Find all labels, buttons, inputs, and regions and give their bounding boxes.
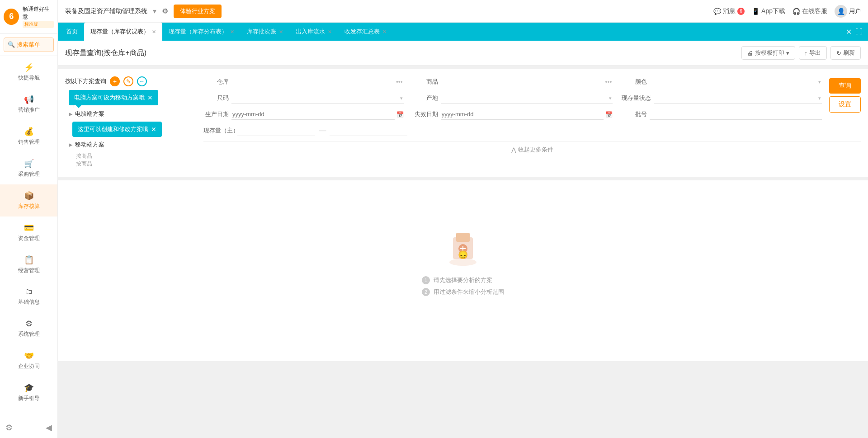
sidebar: 6 畅通道好生意 标准版 🔍 搜索菜单 ⚡ 快捷导航 📢 营销推广 💰 销售管理… <box>0 0 58 438</box>
tab-inout-flow[interactable]: 出入库流水 ✕ <box>289 23 338 41</box>
sidebar-item-marketing[interactable]: 📢 营销推广 <box>0 88 57 120</box>
sidebar-item-inventory[interactable]: 📦 库存核算 <box>0 184 57 217</box>
tab-home[interactable]: 首页 <box>60 23 84 41</box>
print-btn[interactable]: 🖨 按模板打印 ▾ <box>741 46 795 60</box>
size-dropdown-icon[interactable]: ▾ <box>400 95 403 101</box>
page-actions: 🖨 按模板打印 ▾ ↑ 导出 ↻ 刷新 <box>741 46 861 60</box>
empty-step-2: 2 用过滤条件来缩小分析范围 <box>422 288 504 296</box>
warehouse-dots-icon[interactable]: ••• <box>396 78 403 85</box>
sidebar-item-sales[interactable]: 💰 销售管理 <box>0 120 57 152</box>
filter-top-row: 按以下方案查询 + ✎ ← 电脑方案可设为移动方案哦 ✕ ▶ <box>65 76 861 170</box>
tab-stock-status[interactable]: 现存量（库存状况表） ✕ <box>84 23 162 41</box>
query-btn[interactable]: 查询 <box>829 78 861 94</box>
filter-size: 尺码 ▾ <box>203 93 404 104</box>
sidebar-item-cooperation[interactable]: 🤝 企业协同 <box>0 344 57 377</box>
sidebar-item-system[interactable]: ⚙ 系统管理 <box>0 312 57 344</box>
system-dropdown-icon[interactable]: ▾ <box>153 7 156 15</box>
finance-icon: 💳 <box>24 223 34 233</box>
sidebar-item-quick-nav[interactable]: ⚡ 快捷导航 <box>0 56 57 88</box>
stock-main-label: 现存量（主） <box>203 127 235 135</box>
filter-color: 颜色 ▾ <box>622 76 822 87</box>
export-btn[interactable]: ↑ 导出 <box>799 46 827 60</box>
pc-scheme-arrow: ▶ <box>69 111 72 117</box>
mobile-scheme-item[interactable]: ▶ 移动端方案 <box>65 139 190 151</box>
industry-btn[interactable]: 体验行业方案 <box>174 5 222 18</box>
tooltip2-close-btn[interactable]: ✕ <box>151 126 156 133</box>
produce-date-label: 生产日期 <box>203 110 229 118</box>
expand-tabs-icon[interactable]: ⛶ <box>855 28 863 36</box>
expire-date-calendar-icon[interactable]: 📅 <box>605 111 613 118</box>
stock-main-from[interactable] <box>237 125 315 136</box>
batch-input[interactable] <box>650 109 822 120</box>
color-dropdown-icon[interactable]: ▾ <box>818 79 821 85</box>
color-input[interactable] <box>650 76 822 87</box>
settings-footer-icon[interactable]: ⚙ <box>5 423 13 433</box>
operation-icon: 📋 <box>24 255 34 265</box>
tab-summary[interactable]: 收发存汇总表 ✕ <box>338 23 393 41</box>
search-menu-button[interactable]: 🔍 搜索菜单 <box>4 38 54 52</box>
tabs-bar: 首页 现存量（库存状况表） ✕ 现存量（库存分布表） ✕ 库存批次账 ✕ 出入库… <box>58 23 868 41</box>
origin-input[interactable] <box>441 93 613 104</box>
app-download-btn[interactable]: 📱 App下载 <box>752 7 785 15</box>
table-area: 😞 1 请先选择要分析的方案 2 用过滤条件来缩小分析范围 <box>58 180 868 361</box>
query-buttons: 查询 设置 <box>829 76 861 113</box>
sidebar-item-basic-info[interactable]: 🗂 基础信息 <box>0 281 57 312</box>
produce-date-calendar-icon[interactable]: 📅 <box>396 111 404 118</box>
produce-date-start[interactable] <box>231 109 395 120</box>
size-input[interactable] <box>231 93 404 104</box>
origin-dropdown-icon[interactable]: ▾ <box>609 95 612 101</box>
expire-date-start[interactable] <box>441 109 604 120</box>
tab-close-summary[interactable]: ✕ <box>382 29 387 35</box>
edit-scheme-btn[interactable]: ✎ <box>123 76 133 86</box>
expire-date-wrap: 📅 <box>441 109 613 120</box>
stock-main-to[interactable] <box>330 125 407 136</box>
user-btn[interactable]: 👤 用户 <box>835 5 861 18</box>
goods-input[interactable] <box>441 76 613 87</box>
tab-stock-dist[interactable]: 现存量（库存分布表） ✕ <box>162 23 241 41</box>
cooperation-icon: 🤝 <box>24 351 34 361</box>
collapse-sidebar-icon[interactable]: ◀ <box>46 423 52 433</box>
sidebar-item-finance[interactable]: 💳 资金管理 <box>0 217 57 249</box>
search-icon: 🔍 <box>8 41 15 48</box>
sidebar-footer: ⚙ ◀ <box>0 417 57 438</box>
system-name: 装备及固定资产辅助管理系统 <box>65 7 147 15</box>
close-all-tabs-icon[interactable]: ✕ <box>846 28 852 36</box>
tab-close-inout[interactable]: ✕ <box>328 29 332 35</box>
message-btn[interactable]: 💬 消息 6 <box>713 7 745 15</box>
tab-close-stock-status[interactable]: ✕ <box>152 29 156 35</box>
tab-close-stock-dist[interactable]: ✕ <box>230 29 234 35</box>
sidebar-item-operation[interactable]: 📋 经营管理 <box>0 249 57 281</box>
basic-info-icon: 🗂 <box>25 287 33 297</box>
sidebar-item-guide[interactable]: 🎓 新手引导 <box>0 377 57 409</box>
warehouse-input[interactable] <box>231 76 404 87</box>
refresh-btn[interactable]: ↻ 刷新 <box>830 46 861 60</box>
add-scheme-btn[interactable]: + <box>110 76 120 86</box>
tab-close-batch[interactable]: ✕ <box>279 29 283 35</box>
purchase-icon: 🛒 <box>24 159 34 169</box>
filter-warehouse: 仓库 ••• <box>203 76 404 87</box>
reset-btn[interactable]: 设置 <box>829 96 861 113</box>
header-right: 💬 消息 6 📱 App下载 🎧 在线客服 👤 用户 <box>713 5 861 18</box>
goods-dots-icon[interactable]: ••• <box>605 78 612 85</box>
brand-name: 畅通道好生意 <box>23 5 54 21</box>
goods-label: 商品 <box>413 78 438 86</box>
empty-illustration: 😞 <box>440 224 486 269</box>
empty-steps: 1 请先选择要分析的方案 2 用过滤条件来缩小分析范围 <box>422 276 504 296</box>
stock-status-dropdown-icon[interactable]: ▾ <box>818 95 821 101</box>
sidebar-logo: 6 畅通道好生意 标准版 <box>0 0 57 34</box>
online-service-btn[interactable]: 🎧 在线客服 <box>793 7 827 15</box>
avatar: 👤 <box>835 5 847 18</box>
filter-row-4: 现存量（主） — <box>203 125 822 136</box>
stock-status-input[interactable] <box>654 93 822 104</box>
settings-icon[interactable]: ⚙ <box>162 7 168 15</box>
sidebar-item-purchase[interactable]: 🛒 采购管理 <box>0 152 57 184</box>
tooltip1-close-btn[interactable]: ✕ <box>147 94 153 101</box>
pc-scheme-item[interactable]: ▶ 电脑端方案 <box>65 108 190 120</box>
back-btn[interactable]: ← <box>137 76 147 86</box>
tooltip-text-1: 电脑方案可设为移动方案哦 <box>74 94 145 102</box>
collapse-more-btn[interactable]: ⋀ 收起更多条件 <box>511 146 553 154</box>
pc-scheme-label: 电脑端方案 <box>75 110 104 118</box>
header: 装备及固定资产辅助管理系统 ▾ ⚙ 体验行业方案 💬 消息 6 📱 App下载 … <box>58 0 868 23</box>
tooltip1-arrow <box>76 105 81 108</box>
tab-batch-account[interactable]: 库存批次账 ✕ <box>241 23 289 41</box>
